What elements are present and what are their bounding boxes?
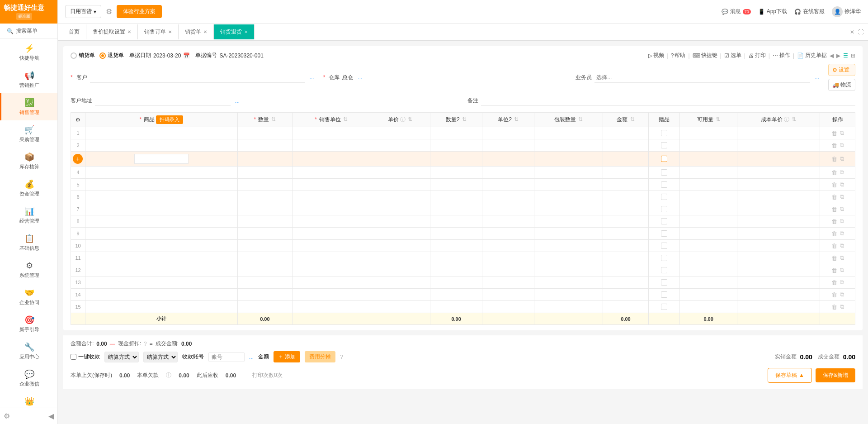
data-cell[interactable] [534, 191, 603, 203]
data-cell[interactable] [292, 127, 370, 139]
data-cell[interactable] [603, 191, 648, 203]
data-cell[interactable] [292, 191, 370, 203]
sidebar-item-guide[interactable]: 🎯 新手引导 [0, 310, 57, 338]
product-cell[interactable] [85, 191, 238, 203]
sidebar-item-purchase[interactable]: 🛒 采购管理 [0, 120, 57, 148]
product-cell[interactable] [85, 152, 238, 167]
settings-btn[interactable]: ⚙ 设置 [828, 64, 855, 76]
data-cell[interactable] [603, 276, 648, 289]
logistics-btn[interactable]: 🚚 物流 [828, 79, 855, 91]
data-cell[interactable] [292, 167, 370, 179]
delete-row-icon[interactable]: 🗑 [831, 169, 837, 176]
history-btn[interactable]: 📄 历史单据 [797, 52, 827, 59]
tab-close-icon[interactable]: ✕ [244, 29, 248, 34]
available-cell[interactable] [680, 191, 737, 203]
data-cell[interactable] [482, 167, 534, 179]
data-cell[interactable] [237, 139, 292, 152]
copy-row-icon[interactable]: ⧉ [840, 205, 844, 213]
product-cell[interactable] [85, 179, 238, 191]
sidebar-item-apps[interactable]: 🔧 应用中心 [0, 338, 57, 365]
print-btn[interactable]: 🖨 打印 [748, 52, 766, 59]
tab-close-icon[interactable]: ✕ [127, 29, 131, 34]
select-btn[interactable]: ☑ 选单 [724, 52, 741, 59]
user-menu[interactable]: 👤 徐泽华 [832, 6, 861, 17]
delete-row-icon[interactable]: 🗑 [831, 181, 837, 188]
data-cell[interactable] [534, 167, 603, 179]
calc-method-select[interactable]: 结算方式 [143, 352, 178, 362]
data-cell[interactable] [482, 215, 534, 228]
delete-row-icon[interactable]: 🗑 [831, 230, 837, 237]
data-cell[interactable] [482, 228, 534, 240]
sort-icon[interactable]: ⇅ [343, 116, 348, 123]
gift-checkbox[interactable] [661, 156, 667, 162]
data-cell[interactable] [534, 139, 603, 152]
data-cell[interactable] [534, 289, 603, 301]
delete-row-icon[interactable]: 🗑 [831, 279, 837, 286]
copy-row-icon[interactable]: ⧉ [840, 291, 844, 298]
customer-picker[interactable]: ... [310, 74, 314, 81]
data-cell[interactable] [482, 276, 534, 289]
data-cell[interactable] [603, 289, 648, 301]
delete-row-icon[interactable]: 🗑 [831, 130, 837, 137]
data-cell[interactable] [370, 127, 430, 139]
data-cell[interactable] [237, 215, 292, 228]
product-input[interactable] [134, 154, 189, 164]
copy-row-icon[interactable]: ⧉ [840, 303, 844, 310]
one-click-pay-label[interactable]: 一键收款 [71, 353, 100, 361]
copy-row-icon[interactable]: ⧉ [840, 155, 844, 162]
sidebar-item-member[interactable]: 👑 畅会员 [0, 392, 57, 408]
gift-checkbox[interactable] [661, 243, 667, 249]
data-cell[interactable] [292, 301, 370, 313]
data-cell[interactable] [370, 301, 430, 313]
product-cell[interactable] [85, 167, 238, 179]
data-cell[interactable] [534, 276, 603, 289]
data-cell[interactable] [370, 289, 430, 301]
data-cell[interactable] [430, 127, 482, 139]
available-cell[interactable] [680, 276, 737, 289]
maximize-icon[interactable]: ⛶ [858, 29, 863, 35]
data-cell[interactable] [292, 203, 370, 215]
sort-icon[interactable]: ⇅ [408, 116, 412, 123]
data-cell[interactable] [237, 240, 292, 252]
settings-icon[interactable]: ⚙ [4, 412, 10, 420]
copy-row-icon[interactable]: ⧉ [840, 142, 844, 149]
data-cell[interactable] [237, 276, 292, 289]
list-view-icon[interactable]: ☰ [843, 52, 848, 59]
radio-delivery[interactable]: 销货单 [71, 52, 95, 59]
one-click-pay-checkbox[interactable] [71, 354, 76, 360]
shortcut-btn[interactable]: ⌨ 快捷键 [693, 52, 717, 59]
available-cell[interactable] [680, 301, 737, 313]
gift-checkbox[interactable] [661, 218, 667, 224]
available-cell[interactable] [680, 264, 737, 276]
data-cell[interactable] [370, 191, 430, 203]
copy-row-icon[interactable]: ⧉ [840, 129, 844, 137]
data-cell[interactable] [603, 228, 648, 240]
delete-row-icon[interactable]: 🗑 [831, 142, 837, 149]
data-cell[interactable] [292, 139, 370, 152]
data-cell[interactable] [237, 127, 292, 139]
gift-checkbox[interactable] [661, 181, 667, 188]
data-cell[interactable] [430, 152, 482, 167]
data-cell[interactable] [292, 252, 370, 264]
industry-select[interactable]: 日用百货 ▾ [65, 5, 101, 18]
data-cell[interactable] [292, 228, 370, 240]
data-cell[interactable] [237, 228, 292, 240]
delete-row-icon[interactable]: 🗑 [831, 194, 837, 200]
product-cell[interactable] [85, 240, 238, 252]
close-tab-icon[interactable]: ✕ [850, 29, 854, 35]
data-cell[interactable] [292, 215, 370, 228]
gift-checkbox[interactable] [661, 142, 667, 148]
sort-icon[interactable]: ⇅ [716, 116, 720, 123]
product-cell[interactable] [85, 203, 238, 215]
data-cell[interactable] [482, 289, 534, 301]
copy-row-icon[interactable]: ⧉ [840, 254, 844, 262]
available-cell[interactable] [680, 240, 737, 252]
available-cell[interactable] [680, 152, 737, 167]
data-cell[interactable] [534, 264, 603, 276]
delete-row-icon[interactable]: 🗑 [831, 291, 837, 298]
gift-checkbox[interactable] [661, 291, 667, 298]
copy-row-icon[interactable]: ⧉ [840, 279, 844, 286]
operation-btn[interactable]: ⋯ 操作 [773, 52, 790, 59]
data-cell[interactable] [482, 152, 534, 167]
product-cell[interactable] [85, 139, 238, 152]
